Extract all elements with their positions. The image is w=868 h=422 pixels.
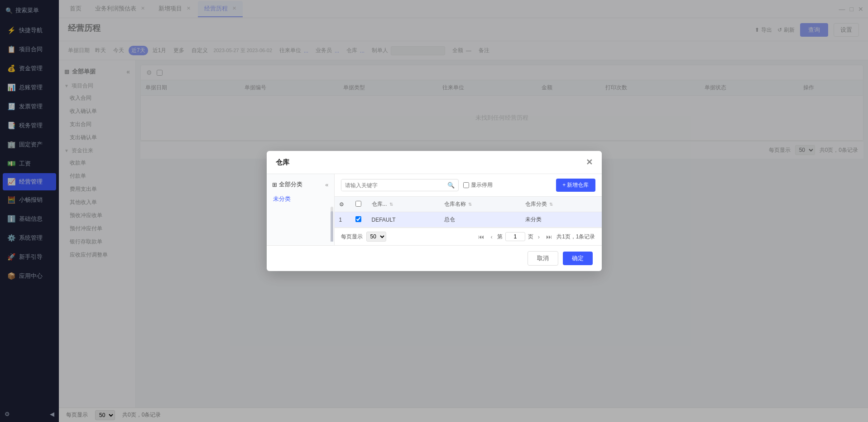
modal-body: ⊞ 全部分类 « 未分类 🔍 bbox=[267, 174, 602, 245]
first-page-button[interactable]: ⏮ bbox=[476, 233, 486, 241]
page-number-input[interactable] bbox=[505, 232, 525, 241]
modal-header: 仓库 ✕ bbox=[267, 151, 602, 174]
col-settings[interactable]: ⚙ bbox=[335, 197, 351, 212]
prev-page-button[interactable]: ‹ bbox=[489, 233, 494, 241]
sort-name-icon[interactable]: ⇅ bbox=[468, 202, 472, 207]
col-checkbox bbox=[351, 197, 367, 212]
modal-table-wrap: ⚙ 仓库... ⇅ 仓库名称 ⇅ bbox=[335, 197, 602, 228]
last-page-button[interactable]: ⏭ bbox=[544, 233, 554, 241]
modal-search-input[interactable] bbox=[341, 180, 444, 191]
show-disabled-checkbox[interactable]: 显示停用 bbox=[463, 181, 493, 189]
modal-right-panel: 🔍 显示停用 + 新增仓库 ⚙ bbox=[335, 174, 602, 245]
next-page-button[interactable]: › bbox=[536, 233, 542, 241]
warehouse-modal: 仓库 ✕ ⊞ 全部分类 « 未分类 bbox=[267, 151, 602, 271]
col-name: 仓库名称 ⇅ bbox=[440, 197, 521, 212]
col-category: 仓库分类 ⇅ bbox=[521, 197, 602, 212]
col-code: 仓库... ⇅ bbox=[367, 197, 440, 212]
category-uncategorized[interactable]: 未分类 bbox=[267, 191, 334, 207]
cancel-button[interactable]: 取消 bbox=[528, 251, 558, 266]
confirm-button[interactable]: 确定 bbox=[563, 252, 593, 265]
modal-table-header: ⚙ 仓库... ⇅ 仓库名称 ⇅ bbox=[335, 197, 602, 212]
row-checkbox[interactable] bbox=[351, 212, 367, 228]
modal-table: ⚙ 仓库... ⇅ 仓库名称 ⇅ bbox=[335, 197, 602, 228]
modal-per-page[interactable]: 50 bbox=[366, 232, 386, 242]
row-name: 总仓 bbox=[440, 212, 521, 228]
modal-row-1[interactable]: 1 DEFAULT 总仓 未分类 bbox=[335, 212, 602, 228]
modal-pagination: ⏮ ‹ 第 页 › ⏭ 共1页，1条记录 bbox=[476, 232, 595, 241]
modal-left-header: ⊞ 全部分类 « bbox=[267, 178, 334, 191]
modal-search-box: 🔍 bbox=[341, 179, 459, 191]
modal-total: 共1页，1条记录 bbox=[556, 233, 595, 241]
sort-cat-icon[interactable]: ⇅ bbox=[549, 202, 553, 207]
sort-code-icon[interactable]: ⇅ bbox=[389, 202, 393, 207]
modal-close-button[interactable]: ✕ bbox=[586, 157, 593, 167]
modal-overlay: 仓库 ✕ ⊞ 全部分类 « 未分类 bbox=[0, 0, 868, 422]
row-category: 未分类 bbox=[521, 212, 602, 228]
modal-footer: 每页显示 50 ⏮ ‹ 第 页 › ⏭ 共1页，1条记录 bbox=[335, 228, 602, 245]
modal-left-panel: ⊞ 全部分类 « 未分类 bbox=[267, 174, 335, 245]
modal-toolbar: 🔍 显示停用 + 新增仓库 bbox=[335, 174, 602, 197]
add-warehouse-button[interactable]: + 新增仓库 bbox=[556, 179, 595, 192]
modal-title: 仓库 bbox=[276, 158, 289, 167]
row-code: DEFAULT bbox=[367, 212, 440, 228]
modal-actions: 取消 确定 bbox=[267, 245, 602, 271]
category-collapse-icon[interactable]: « bbox=[325, 181, 328, 188]
category-icon: ⊞ bbox=[272, 181, 277, 188]
modal-select-all[interactable] bbox=[355, 201, 361, 207]
row-num: 1 bbox=[335, 212, 351, 228]
search-icon[interactable]: 🔍 bbox=[444, 179, 458, 191]
